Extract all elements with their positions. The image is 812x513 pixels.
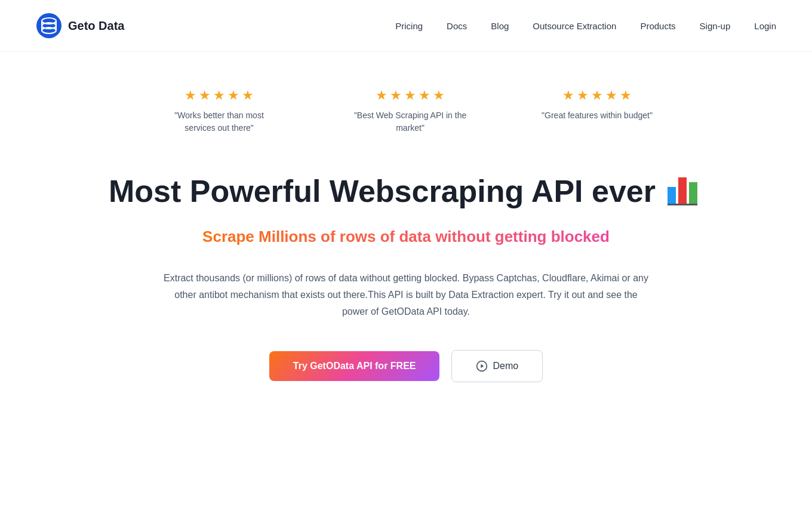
logo[interactable]: Geto Data [36,13,124,39]
header: Geto Data Pricing Docs Blog Outsource Ex… [0,0,812,52]
stars-3: ★ ★ ★ ★ ★ [562,88,632,103]
star: ★ [591,88,603,103]
star: ★ [242,88,254,103]
star: ★ [433,88,445,103]
demo-label: Demo [493,361,518,371]
star: ★ [419,88,430,103]
nav-signup[interactable]: Sign-up [700,21,731,31]
star: ★ [620,88,632,103]
hero-subtitle: Scrape Millions of rows of data without … [202,228,610,246]
review-card-2: ★ ★ ★ ★ ★ "Best Web Scraping API in the … [350,88,470,134]
star: ★ [605,88,617,103]
star: ★ [562,88,574,103]
hero-description: Extract thousands (or millions) of rows … [161,270,651,320]
review-text-2: "Best Web Scraping API in the market" [350,109,470,134]
star: ★ [227,88,239,103]
bar-chart-svg [665,170,703,208]
star: ★ [184,88,196,103]
nav-products[interactable]: Products [640,21,675,31]
review-text-1: "Works better than most services out the… [159,109,279,134]
play-icon [476,360,488,372]
chart-icon [665,170,703,213]
star: ★ [390,88,402,103]
svg-point-0 [36,13,61,38]
star: ★ [404,88,416,103]
star: ★ [376,88,387,103]
logo-icon [36,13,62,39]
nav-outsource[interactable]: Outsource Extraction [533,21,616,31]
svg-rect-7 [678,177,687,204]
nav-login[interactable]: Login [754,21,776,31]
reviews-section: ★ ★ ★ ★ ★ "Works better than most servic… [78,88,734,134]
nav-pricing[interactable]: Pricing [395,21,423,31]
svg-rect-9 [668,204,697,205]
star: ★ [577,88,589,103]
cta-row: Try GetOData API for FREE Demo [269,350,543,382]
logo-text: Geto Data [68,19,124,33]
nav-docs[interactable]: Docs [447,21,467,31]
nav-blog[interactable]: Blog [491,21,509,31]
svg-rect-6 [668,187,676,204]
stars-2: ★ ★ ★ ★ ★ [376,88,445,103]
star: ★ [213,88,225,103]
svg-rect-8 [689,182,697,204]
review-card-3: ★ ★ ★ ★ ★ "Great features within budget" [542,88,653,134]
try-free-button[interactable]: Try GetOData API for FREE [269,351,440,381]
hero-title: Most Powerful Webscraping API ever [109,174,656,208]
star: ★ [199,88,211,103]
review-card-1: ★ ★ ★ ★ ★ "Works better than most servic… [159,88,279,134]
svg-marker-11 [481,364,484,368]
hero-title-row: Most Powerful Webscraping API ever [109,170,703,213]
demo-button[interactable]: Demo [451,350,543,382]
main-nav: Pricing Docs Blog Outsource Extraction P… [395,21,776,31]
review-text-3: "Great features within budget" [542,109,653,122]
main-content: ★ ★ ★ ★ ★ "Works better than most servic… [0,52,812,406]
stars-1: ★ ★ ★ ★ ★ [184,88,254,103]
